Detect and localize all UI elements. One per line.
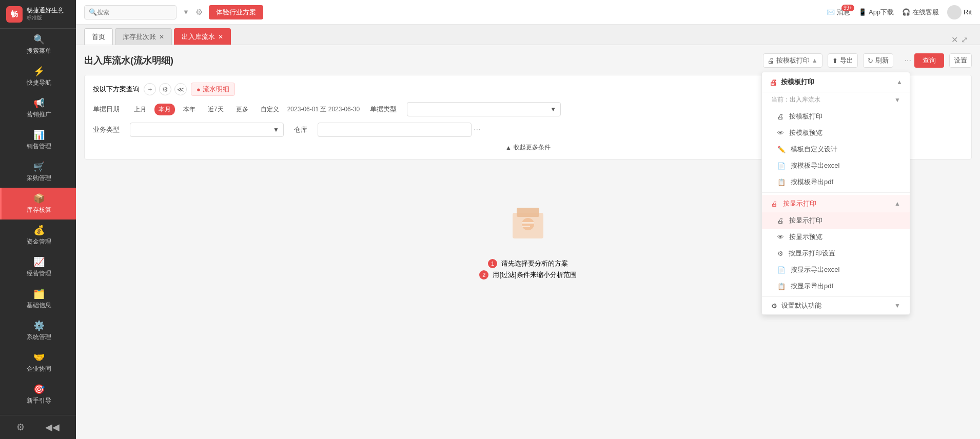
export-btn[interactable]: ⬆ 导出 (828, 53, 858, 68)
template-custom-item[interactable]: ✏️ 模板自定义设计 (762, 141, 910, 157)
filter-collapse-icon[interactable]: ≪ (174, 83, 187, 95)
display-settings-icon: ⚙ (777, 250, 783, 257)
doc-type-arrow-icon: ▼ (550, 106, 556, 113)
search-label: 搜索菜单 (27, 47, 51, 55)
dropdown-print-icon: 🖨 (769, 78, 777, 87)
sidebar-item-sales[interactable]: 📊 销售管理 (0, 124, 76, 156)
inventory-label: 库存核算 (27, 206, 51, 214)
date-this-month-btn[interactable]: 本月 (154, 104, 175, 115)
sidebar-item-inventory[interactable]: 📦 库存核算 (0, 188, 76, 220)
message-badge: 99+ (841, 5, 854, 11)
dropdown-footer[interactable]: ⚙ 设置默认功能 ▼ (762, 296, 910, 314)
app-download-btn[interactable]: 📱 App下载 (858, 8, 894, 17)
template-preview-item[interactable]: 👁 按模板预览 (762, 125, 910, 141)
display-section-arrow[interactable]: ▲ (894, 200, 900, 207)
tabs-bar: 首页 库存批次账 ✕ 出入库流水 ✕ ✕ ⤢ (76, 25, 980, 45)
logo-title: 畅捷通好生意 (27, 7, 64, 15)
topbar-gear-icon[interactable]: ⚙ (195, 7, 203, 17)
step1-text: 请先选择要分析的方案 (501, 259, 568, 268)
main-area: 🔍 ▼ ⚙ 体验行业方案 ✉️ 消息 99+ 📱 App下载 🎧 在线客服 Ri… (76, 0, 980, 439)
settings-btn[interactable]: 设置 (949, 53, 972, 68)
sidebar-item-search[interactable]: 🔍 搜索菜单 (0, 29, 76, 61)
dropdown-collapse-icon[interactable]: ▲ (896, 78, 903, 86)
tab-batch[interactable]: 库存批次账 ✕ (115, 28, 172, 45)
tab-batch-close-icon[interactable]: ✕ (159, 33, 164, 41)
add-filter-btn[interactable]: ＋ (144, 83, 156, 95)
industry-btn[interactable]: 体验行业方案 (209, 5, 263, 19)
dots-icon[interactable]: ··· (905, 56, 911, 65)
sidebar-item-basic[interactable]: 🗂️ 基础信息 (0, 283, 76, 315)
page-actions: 🖨 按模板打印 ▲ ⬆ 导出 ↻ 刷新 🖨 (763, 53, 972, 68)
sidebar-item-guide[interactable]: 🎯 新手引导 (0, 378, 76, 410)
dropdown-current-label: 当前：出入库流水 (771, 95, 820, 104)
dropdown-header: 🖨 按模板打印 ▲ (762, 72, 910, 92)
search-arrow-icon[interactable]: ▼ (183, 8, 189, 16)
doc-type-select[interactable]: ▼ (407, 102, 561, 116)
display-settings-label: 按显示打印设置 (789, 249, 835, 258)
sidebar-item-system[interactable]: ⚙️ 系统管理 (0, 315, 76, 347)
date-custom-btn[interactable]: 自定义 (257, 104, 283, 115)
sidebar-item-collab[interactable]: 🤝 企业协同 (0, 347, 76, 378)
search-box[interactable]: 🔍 (84, 5, 177, 19)
maximize-icon[interactable]: ⤢ (961, 35, 968, 45)
warehouse-select[interactable] (318, 123, 472, 137)
flow-detail-tag[interactable]: ● 流水明细 (191, 83, 235, 96)
footer-arrow-icon[interactable]: ▼ (894, 302, 900, 309)
footer-settings-icon: ⚙ (771, 302, 777, 310)
biz-type-select[interactable]: ▼ (130, 123, 284, 137)
quick-nav-label: 快捷导航 (27, 78, 51, 87)
display-print-item[interactable]: 🖨 按显示打印 (762, 212, 910, 229)
page-header: 出入库流水(流水明细) 🖨 按模板打印 ▲ ⬆ 导出 ↻ 刷新 (84, 53, 972, 68)
collapse-label: 收起更多条件 (514, 143, 551, 152)
refresh-btn[interactable]: ↻ 刷新 (863, 53, 893, 68)
display-section-label: 按显示打印 (783, 199, 816, 208)
sidebar-item-operation[interactable]: 📈 经营管理 (0, 251, 76, 283)
settings-icon[interactable]: ⚙ (16, 422, 25, 433)
query-btn[interactable]: 查询 (914, 53, 944, 68)
display-pdf-item[interactable]: 📋 按显示导出pdf (762, 278, 910, 294)
topbar: 🔍 ▼ ⚙ 体验行业方案 ✉️ 消息 99+ 📱 App下载 🎧 在线客服 Ri… (76, 0, 980, 25)
print-arrow-icon[interactable]: ▲ (812, 57, 818, 64)
dropdown-footer-label: 设置默认功能 (781, 301, 821, 310)
app-download-label: App下载 (869, 8, 894, 17)
quick-nav-icon: ⚡ (33, 66, 45, 77)
logo-sub: 标准版 (27, 14, 64, 22)
search-icon: 🔍 (89, 8, 97, 16)
window-close-icon[interactable]: ✕ (951, 35, 958, 45)
message-btn[interactable]: ✉️ 消息 99+ (827, 8, 850, 17)
tab-home[interactable]: 首页 (84, 28, 113, 45)
collapse-icon[interactable]: ◀◀ (45, 422, 60, 433)
display-excel-item[interactable]: 📄 按显示导出excel (762, 262, 910, 278)
date-7days-btn[interactable]: 近7天 (204, 104, 228, 115)
display-section-header[interactable]: 🖨 按显示打印 ▲ (762, 195, 910, 212)
user-avatar[interactable]: Rit (947, 5, 972, 19)
biz-type-arrow-icon: ▼ (273, 126, 279, 133)
warehouse-dots-icon[interactable]: ··· (474, 125, 480, 134)
date-more-btn[interactable]: 更多 (232, 104, 252, 115)
sidebar-item-apps[interactable]: 🔧 应用中心 (0, 410, 76, 415)
sidebar-nav: 🔍 搜索菜单 ⚡ 快捷导航 📢 营销推广 📊 销售管理 🛒 采购管理 📦 库存核… (0, 29, 76, 415)
print-template-btn[interactable]: 🖨 按模板打印 ▲ (763, 53, 822, 68)
online-service-btn[interactable]: 🎧 在线客服 (902, 8, 939, 17)
template-excel-item[interactable]: 📄 按模板导出excel (762, 157, 910, 174)
sidebar-item-purchase[interactable]: 🛒 采购管理 (0, 156, 76, 188)
tab-flow[interactable]: 出入库流水 ✕ (174, 28, 231, 45)
display-settings-item[interactable]: ⚙ 按显示打印设置 (762, 245, 910, 262)
tab-flow-close-icon[interactable]: ✕ (218, 33, 223, 41)
display-preview-item[interactable]: 👁 按显示预览 (762, 229, 910, 245)
sidebar-item-marketing[interactable]: 📢 营销推广 (0, 92, 76, 124)
template-print-item[interactable]: 🖨 按模板打印 (762, 108, 910, 125)
date-this-year-btn[interactable]: 本年 (179, 104, 200, 115)
template-pdf-item[interactable]: 📋 按模板导出pdf (762, 174, 910, 190)
dropdown-current-arrow[interactable]: ▼ (894, 96, 900, 104)
display-pdf-icon: 📋 (777, 283, 786, 290)
sidebar-logo: 畅 畅捷通好生意 标准版 (0, 0, 76, 29)
app-icon: 📱 (858, 8, 867, 16)
sidebar-item-quick-nav[interactable]: ⚡ 快捷导航 (0, 61, 76, 92)
sidebar-item-finance[interactable]: 💰 资金管理 (0, 220, 76, 251)
filter-settings-icon[interactable]: ⚙ (159, 83, 171, 95)
template-preview-icon: 👁 (777, 129, 784, 137)
date-last-month-btn[interactable]: 上月 (130, 104, 150, 115)
export-label: 导出 (840, 56, 853, 65)
search-input[interactable] (97, 9, 159, 16)
